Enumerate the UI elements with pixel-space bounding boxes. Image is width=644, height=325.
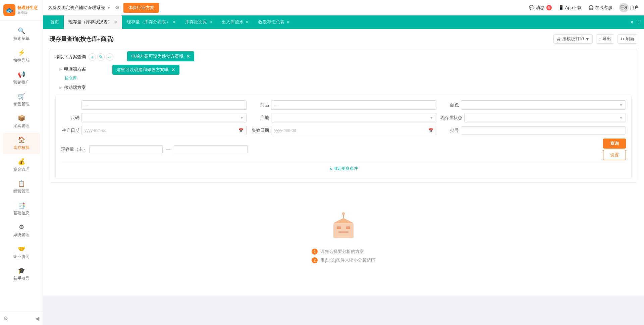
tab-stock-status[interactable]: 现存量（库存状况表） ✕ bbox=[64, 15, 122, 29]
notice-icon: 💬 bbox=[529, 5, 534, 10]
batch-input[interactable] bbox=[461, 126, 626, 134]
enterprise-icon: 🤝 bbox=[18, 245, 25, 253]
color-label: 颜色 bbox=[440, 102, 459, 108]
tab-stock-dist-close-icon[interactable]: ✕ bbox=[172, 20, 176, 24]
tab-maximize-btn[interactable]: ⛶ bbox=[637, 19, 641, 25]
search-icon: 🔍 bbox=[18, 27, 25, 35]
stock-main-to[interactable] bbox=[174, 145, 247, 153]
tip-text-1: 请先选择要分析的方案 bbox=[320, 249, 364, 255]
tab-recv-summary-close-icon[interactable]: ✕ bbox=[286, 20, 290, 24]
operations-icon: 📋 bbox=[18, 180, 25, 187]
svg-rect-0 bbox=[333, 223, 354, 238]
sidebar-item-newbie-label: 新手引导 bbox=[13, 276, 30, 281]
settings-button[interactable]: ⚙ bbox=[115, 4, 119, 11]
collapse-button[interactable]: ∧ 收起更多条件 bbox=[61, 163, 626, 174]
scheme-mobile[interactable]: ▶ 移动端方案 bbox=[59, 83, 632, 92]
range-separator: — bbox=[165, 147, 172, 152]
field-warehouse: ··· bbox=[61, 100, 247, 110]
content-area: 现存量查询(按仓库+商品) 🖨 按模板打印 ▼ ↑ 导出 ↻ 刷新 bbox=[43, 29, 644, 325]
reset-button[interactable]: 设置 bbox=[603, 150, 626, 160]
sidebar-item-search-label: 搜索菜单 bbox=[13, 36, 30, 42]
filter-label: 按以下方案查询 bbox=[55, 54, 86, 60]
stock-status-input[interactable]: ▼ bbox=[464, 113, 626, 122]
tooltip-pc-close[interactable]: ✕ bbox=[186, 54, 190, 59]
avatar: Ea bbox=[619, 3, 629, 12]
refresh-btn[interactable]: ↻ 刷新 bbox=[618, 34, 637, 44]
size-arrow-icon: ▼ bbox=[240, 116, 244, 120]
goods-input[interactable]: ··· bbox=[271, 100, 436, 110]
sidebar-item-search[interactable]: 🔍 搜索菜单 bbox=[3, 24, 40, 45]
stock-main-from[interactable] bbox=[89, 145, 163, 153]
page-title: 现存量查询(按仓库+商品) bbox=[50, 35, 114, 43]
sidebar-item-newbie[interactable]: 🎓 新手引导 bbox=[3, 264, 40, 285]
filter-edit-btn[interactable]: ✎ bbox=[97, 53, 105, 61]
filter-back-btn[interactable]: ← bbox=[106, 53, 113, 61]
sidebar-nav: 🔍 搜索菜单 ⚡ 快捷导航 📢 营销推广 🛒 销售管理 📦 采购管理 🏠 库存核… bbox=[0, 20, 43, 312]
refresh-icon: ↻ bbox=[621, 37, 624, 42]
export-label: 导出 bbox=[602, 36, 611, 42]
size-input[interactable]: ▼ bbox=[82, 113, 247, 122]
collapse-arrow-icon: ∧ bbox=[329, 166, 332, 171]
color-input[interactable]: ▼ bbox=[461, 100, 626, 110]
top-header: 装备及固定资产辅助管理系统 ▼ ⚙ 体验行业方案 💬 消息 6 📱 App下载 … bbox=[43, 0, 644, 15]
stock-status-label: 现存量状态 bbox=[440, 115, 462, 121]
tab-bar-right: ✕ ⛶ bbox=[630, 19, 641, 25]
finance-icon: 💰 bbox=[18, 158, 25, 165]
sidebar-item-enterprise[interactable]: 🤝 企业协同 bbox=[3, 242, 40, 263]
search-button[interactable]: 查询 bbox=[603, 139, 626, 149]
svg-rect-4 bbox=[338, 231, 348, 233]
sidebar-item-purchase[interactable]: 📦 采购管理 bbox=[3, 111, 40, 132]
field-color: 颜色 ▼ bbox=[440, 100, 626, 110]
tooltip-create-close[interactable]: ✕ bbox=[171, 67, 175, 72]
sidebar-item-operations-label: 经营管理 bbox=[13, 188, 30, 194]
goods-dots: ··· bbox=[274, 103, 277, 107]
scheme-pc-label: 电脑端方案 bbox=[64, 66, 86, 72]
sidebar-item-quicknav[interactable]: ⚡ 快捷导航 bbox=[3, 46, 40, 67]
sidebar-item-basic[interactable]: 📑 基础信息 bbox=[3, 198, 40, 219]
industry-button[interactable]: 体验行业方案 bbox=[123, 3, 159, 13]
tab-batch-ledger[interactable]: 库存批次账 ✕ bbox=[180, 15, 217, 29]
export-btn[interactable]: ↑ 导出 bbox=[596, 34, 614, 44]
sidebar-item-finance[interactable]: 💰 资金管理 bbox=[3, 155, 40, 176]
sidebar-item-operations[interactable]: 📋 经营管理 bbox=[3, 176, 40, 198]
expire-date-input[interactable]: yyyy-mm-dd 📅 bbox=[271, 126, 436, 135]
online-service-item[interactable]: 🎧 在线客服 bbox=[588, 5, 612, 11]
sidebar-item-sales[interactable]: 🛒 销售管理 bbox=[3, 89, 40, 110]
tab-home[interactable]: 首页 bbox=[46, 15, 64, 29]
tip-num-1: 1 bbox=[312, 249, 318, 255]
print-btn[interactable]: 🖨 按模板打印 ▼ bbox=[553, 34, 593, 44]
tab-in-out-flow-close-icon[interactable]: ✕ bbox=[246, 20, 249, 24]
sidebar-item-basic-label: 基础信息 bbox=[13, 210, 30, 216]
tab-stock-status-close-icon[interactable]: ✕ bbox=[114, 20, 117, 24]
app-download-item[interactable]: 📱 App下载 bbox=[558, 5, 582, 11]
sidebar-item-system[interactable]: ⚙ 系统管理 bbox=[3, 220, 40, 241]
user-item[interactable]: Ea 用户 bbox=[619, 3, 639, 12]
sidebar-item-marketing[interactable]: 📢 营销推广 bbox=[3, 67, 40, 89]
scheme-warehouse-label: 按仓库 bbox=[65, 75, 77, 81]
notice-label: 消息 bbox=[536, 5, 544, 11]
empty-state: 1 请先选择要分析的方案 2 用[过滤]条件来缩小分析范围 bbox=[50, 183, 637, 290]
prod-date-input[interactable]: yyyy-mm-dd 📅 bbox=[82, 126, 247, 135]
tab-stock-dist[interactable]: 现存量（库存分布表） ✕ bbox=[122, 15, 180, 29]
tab-close-all-btn[interactable]: ✕ bbox=[630, 19, 634, 25]
sales-icon: 🛒 bbox=[18, 93, 25, 100]
filter-section: 按以下方案查询 + ✎ ← 电脑方案可设为移动方案哦 ✕ bbox=[50, 49, 637, 183]
tab-recv-summary[interactable]: 收发存汇总表 ✕ bbox=[254, 15, 294, 29]
quicknav-icon: ⚡ bbox=[18, 49, 25, 56]
scheme-warehouse[interactable]: 按仓库 bbox=[59, 74, 632, 83]
sidebar-settings-btn[interactable]: ⚙ bbox=[3, 315, 8, 322]
notice-item[interactable]: 💬 消息 6 bbox=[529, 5, 552, 11]
warehouse-input[interactable]: ··· bbox=[82, 100, 247, 110]
origin-input[interactable]: ▼ bbox=[271, 113, 436, 122]
page-container: 现存量查询(按仓库+商品) 🖨 按模板打印 ▼ ↑ 导出 ↻ 刷新 bbox=[43, 29, 644, 295]
sidebar-item-stock[interactable]: 🏠 库存核算 bbox=[3, 133, 40, 154]
sidebar-item-stock-label: 库存核算 bbox=[13, 145, 30, 151]
newbie-icon: 🎓 bbox=[18, 267, 25, 274]
sidebar-collapse-btn[interactable]: ◀ bbox=[35, 315, 39, 322]
tab-in-out-flow[interactable]: 出入库流水 ✕ bbox=[217, 15, 254, 29]
system-selector[interactable]: 装备及固定资产辅助管理系统 ▼ bbox=[48, 5, 111, 11]
marketing-icon: 📢 bbox=[18, 71, 25, 78]
tab-batch-ledger-close-icon[interactable]: ✕ bbox=[209, 20, 212, 24]
filter-add-btn[interactable]: + bbox=[89, 53, 96, 61]
export-icon: ↑ bbox=[599, 37, 601, 42]
